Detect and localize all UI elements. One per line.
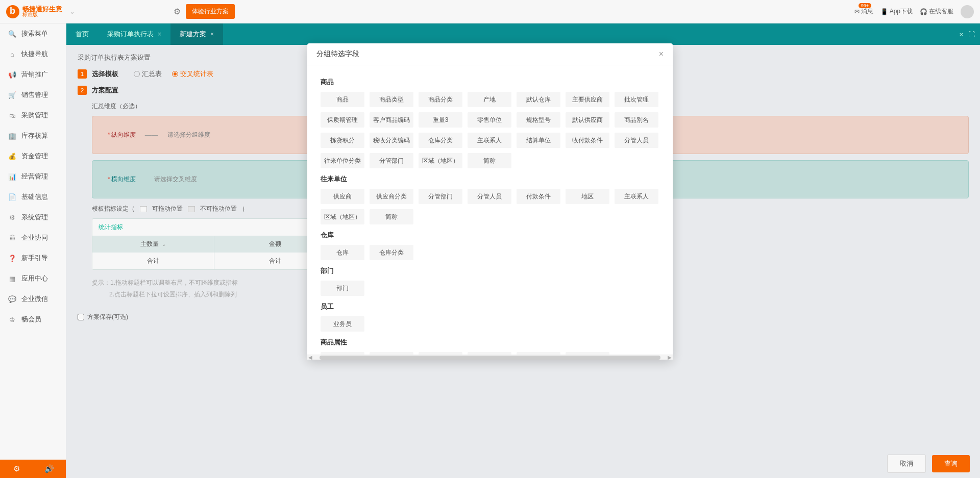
sidebar-item-10[interactable]: 🏛企业协同 bbox=[0, 228, 66, 248]
modal-close-button[interactable]: × bbox=[659, 49, 664, 59]
field-chip[interactable]: 分管人员 bbox=[468, 189, 511, 204]
field-chip[interactable]: 简称 bbox=[370, 209, 413, 224]
field-chip[interactable]: 主联系人 bbox=[468, 133, 511, 148]
field-chip[interactable]: 区域（地区） bbox=[419, 153, 462, 168]
tab-0[interactable]: 首页 bbox=[66, 23, 98, 45]
messages-link[interactable]: ✉ 消息 99+ bbox=[854, 7, 873, 16]
sidebar-item-1[interactable]: ⌂快捷导航 bbox=[0, 44, 66, 64]
field-chip[interactable]: 业务员 bbox=[321, 316, 364, 332]
save-checkbox[interactable] bbox=[78, 314, 84, 320]
phone-icon: 📱 bbox=[880, 8, 888, 15]
promo-button[interactable]: 体验行业方案 bbox=[186, 4, 235, 19]
tab-close-all-icon[interactable]: × bbox=[959, 31, 963, 38]
sidebar-item-14[interactable]: ♔畅会员 bbox=[0, 309, 66, 330]
field-chip[interactable]: 仓库分类 bbox=[419, 133, 462, 148]
sidebar-item-8[interactable]: 📄基础信息 bbox=[0, 187, 66, 207]
tab-close-icon[interactable]: × bbox=[210, 31, 214, 38]
sidebar-item-11[interactable]: ❓新手引导 bbox=[0, 248, 66, 268]
field-chip[interactable]: 重量3 bbox=[419, 112, 462, 128]
sidebar-item-2[interactable]: 📢营销推广 bbox=[0, 64, 66, 85]
field-chip[interactable]: 商品 bbox=[321, 92, 364, 107]
field-chip[interactable]: 批次管理 bbox=[615, 92, 658, 107]
field-selector-modal: 分组待选字段 × 商品商品商品类型商品分类产地默认仓库主要供应商批次管理保质期管… bbox=[307, 43, 673, 360]
field-chip[interactable]: 默认仓库 bbox=[517, 92, 560, 107]
nav-icon: ⌂ bbox=[8, 50, 16, 58]
field-chip[interactable]: 分管部门 bbox=[370, 153, 413, 168]
tab-fullscreen-icon[interactable]: ⛶ bbox=[968, 31, 975, 38]
app-download-link[interactable]: 📱 App下载 bbox=[880, 7, 913, 16]
field-chip[interactable]: 产地 bbox=[468, 92, 511, 107]
field-chip[interactable]: 主要供应商 bbox=[566, 92, 609, 107]
sidebar-item-13[interactable]: 💬企业微信 bbox=[0, 289, 66, 309]
field-chip[interactable]: 商品分类 bbox=[419, 92, 462, 107]
field-chip[interactable]: 拣货积分 bbox=[321, 133, 364, 148]
field-chip[interactable]: 部门 bbox=[321, 281, 364, 296]
field-chip[interactable]: 分管部门 bbox=[419, 189, 462, 204]
sidebar-item-7[interactable]: 📊经营管理 bbox=[0, 166, 66, 187]
avatar[interactable] bbox=[961, 5, 974, 18]
sidebar-item-label: 基础信息 bbox=[21, 192, 48, 202]
modal-body[interactable]: 商品商品商品类型商品分类产地默认仓库主要供应商批次管理保质期管理客户商品编码重量… bbox=[307, 65, 673, 355]
field-chip[interactable]: 保质期管理 bbox=[321, 112, 364, 128]
tab-close-icon[interactable]: × bbox=[158, 31, 161, 38]
sidebar-item-label: 快捷导航 bbox=[21, 49, 48, 59]
field-grid: 部门 bbox=[321, 281, 666, 296]
logo[interactable]: 畅捷通好生意 标准版 bbox=[6, 5, 66, 18]
sidebar-item-5[interactable]: 🏢库存核算 bbox=[0, 125, 66, 146]
field-chip[interactable]: 供应商 bbox=[321, 189, 364, 204]
field-chip[interactable]: 规格型号 bbox=[517, 112, 560, 128]
settings-icon[interactable]: ⚙ bbox=[174, 7, 181, 16]
field-chip[interactable]: 客户商品编码 bbox=[370, 112, 413, 128]
sidebar-item-label: 系统管理 bbox=[21, 213, 48, 222]
radio-cross[interactable]: 交叉统计表 bbox=[172, 69, 213, 79]
sidebar-item-9[interactable]: ⚙系统管理 bbox=[0, 207, 66, 228]
field-chip[interactable]: 仓库分类 bbox=[370, 245, 413, 260]
field-chip[interactable]: 默认供应商 bbox=[566, 112, 609, 128]
sidebar-item-12[interactable]: ▦应用中心 bbox=[0, 268, 66, 289]
sidebar-item-3[interactable]: 🛒销售管理 bbox=[0, 85, 66, 105]
mail-icon: ✉ bbox=[854, 8, 860, 15]
sidebar-sound-button[interactable]: 🔊 bbox=[33, 464, 66, 473]
field-chip[interactable]: 主联系人 bbox=[615, 189, 658, 204]
stat-panel: 统计指标 主数量 ⌄ 金额 合计 合计 bbox=[92, 218, 337, 270]
scroll-right-icon[interactable]: ▶ bbox=[667, 355, 673, 360]
hscroll-thumb[interactable] bbox=[320, 356, 660, 360]
field-chip[interactable]: 地区 bbox=[566, 189, 609, 204]
field-chip[interactable]: 商品类型 bbox=[370, 92, 413, 107]
field-chip[interactable]: 仓库 bbox=[321, 245, 364, 260]
field-chip[interactable]: 收付款条件 bbox=[566, 133, 609, 148]
field-group-title: 员工 bbox=[321, 302, 666, 311]
radio-icon bbox=[172, 71, 178, 77]
field-chip[interactable]: 分管人员 bbox=[615, 133, 658, 148]
field-chip[interactable]: 商品别名 bbox=[615, 112, 658, 128]
stat-col-1[interactable]: 主数量 ⌄ bbox=[92, 236, 214, 253]
online-service-link[interactable]: 🎧 在线客服 bbox=[920, 7, 953, 16]
scroll-left-icon[interactable]: ◀ bbox=[307, 355, 313, 360]
field-chip[interactable]: 简称 bbox=[468, 153, 511, 168]
tab-2[interactable]: 新建方案× bbox=[170, 23, 223, 45]
sidebar-settings-button[interactable]: ⚙ bbox=[0, 464, 33, 473]
field-chip[interactable]: 税收分类编码 bbox=[370, 133, 413, 148]
field-grid: 仓库仓库分类 bbox=[321, 245, 666, 260]
query-button[interactable]: 查询 bbox=[932, 455, 970, 472]
sidebar-item-4[interactable]: 🛍采购管理 bbox=[0, 105, 66, 125]
sidebar-item-label: 销售管理 bbox=[21, 90, 48, 99]
field-chip[interactable]: 付款条件 bbox=[517, 189, 560, 204]
tenant-selector[interactable]: ⌄ bbox=[66, 8, 168, 15]
modal-hscroll[interactable]: ◀ ▶ bbox=[307, 355, 673, 360]
field-chip[interactable]: 零售单位 bbox=[468, 112, 511, 128]
tabs: 首页采购订单执行表×新建方案× × ⛶ bbox=[66, 23, 980, 45]
sidebar-item-0[interactable]: 🔍搜索菜单 bbox=[0, 23, 66, 44]
field-chip[interactable]: 结算单位 bbox=[517, 133, 560, 148]
cancel-button[interactable]: 取消 bbox=[887, 455, 926, 473]
radio-summary[interactable]: 汇总表 bbox=[134, 69, 162, 79]
sidebar-item-6[interactable]: 💰资金管理 bbox=[0, 146, 66, 166]
header-right: ✉ 消息 99+ 📱 App下载 🎧 在线客服 bbox=[854, 5, 974, 18]
field-group-title: 部门 bbox=[321, 266, 666, 275]
tab-1[interactable]: 采购订单执行表× bbox=[98, 23, 170, 45]
field-chip[interactable]: 往来单位分类 bbox=[321, 153, 364, 168]
field-chip[interactable]: 供应商分类 bbox=[370, 189, 413, 204]
field-group-title: 往来单位 bbox=[321, 174, 666, 184]
bag-icon: 🛍 bbox=[8, 111, 16, 119]
field-chip[interactable]: 区域（地区） bbox=[321, 209, 364, 224]
